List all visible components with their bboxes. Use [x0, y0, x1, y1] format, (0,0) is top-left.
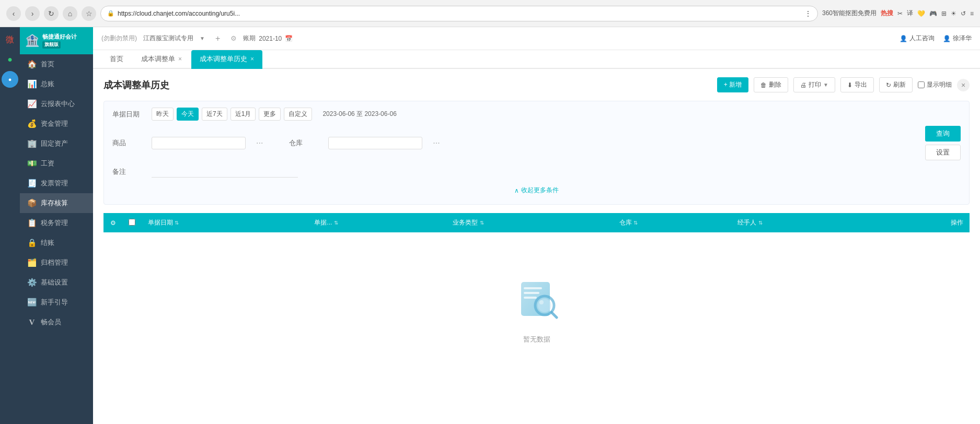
- delete-button[interactable]: 🗑 删除: [754, 77, 788, 92]
- sidebar-item-tax[interactable]: 📋 税务管理: [20, 213, 93, 233]
- export-button[interactable]: ⬇ 导出: [840, 77, 874, 92]
- col-biz-type[interactable]: 业务类型 ⇅: [446, 213, 613, 232]
- sidebar-item-reports[interactable]: 📈 云报表中心: [20, 94, 93, 114]
- goods-more-icon[interactable]: ···: [256, 138, 263, 148]
- col-checkbox[interactable]: [122, 213, 142, 232]
- col-date[interactable]: 单据日期 ⇅: [142, 213, 308, 232]
- warehouse-more-icon[interactable]: ···: [433, 138, 440, 148]
- date-btn-1month[interactable]: 近1月: [230, 108, 256, 121]
- calendar-icon[interactable]: 📅: [285, 35, 293, 42]
- funds-icon: 💰: [27, 119, 37, 128]
- display-cols-label[interactable]: 显示明细: [918, 80, 952, 89]
- wallet-icon[interactable]: 💛: [917, 10, 925, 17]
- date-btn-today[interactable]: 今天: [177, 108, 199, 121]
- service-icon: 👤: [900, 35, 907, 42]
- username-btn[interactable]: 👤 徐泽华: [943, 34, 972, 43]
- tab-home[interactable]: 首页: [101, 50, 132, 69]
- page-title: 成本调整单历史: [103, 79, 169, 91]
- game-icon[interactable]: 🎮: [929, 10, 937, 17]
- settings-gear-icon[interactable]: ⚙: [230, 34, 237, 42]
- col-handler[interactable]: 经手人 ⇅: [731, 213, 873, 232]
- sidebar-item-closing[interactable]: 🔒 结账: [20, 233, 93, 253]
- col-settings[interactable]: ⚙: [103, 213, 122, 232]
- sort-date-icon[interactable]: ⇅: [175, 220, 179, 226]
- sidebar-item-ledger[interactable]: 📊 总账: [20, 74, 93, 94]
- sidebar-item-archive-label: 归档管理: [41, 258, 68, 267]
- scissors-icon[interactable]: ✂: [897, 10, 903, 17]
- date-filter-group: 昨天 今天 近7天 近1月 更多 自定义: [152, 108, 312, 121]
- salary-icon: 💵: [27, 159, 37, 168]
- sidebar-item-home[interactable]: 🏠 首页: [20, 54, 93, 74]
- display-cols-checkbox[interactable]: [918, 81, 925, 88]
- refresh-button[interactable]: ↻: [44, 6, 59, 21]
- home-icon: 🏠: [27, 60, 37, 69]
- col-biz-type-label: 业务类型: [453, 219, 478, 226]
- empty-state-icon: [511, 274, 563, 326]
- sidebar-item-settings[interactable]: ⚙️ 基础设置: [20, 273, 93, 292]
- print-button[interactable]: 🖨 打印 ▼: [793, 77, 835, 92]
- col-action-label: 操作: [951, 219, 963, 226]
- undo-icon[interactable]: ↺: [961, 10, 966, 17]
- more-icon[interactable]: ≡: [970, 10, 974, 17]
- ledger-icon: 📊: [27, 79, 37, 89]
- sidebar-item-archive[interactable]: 🗂️ 归档管理: [20, 253, 93, 273]
- sort-warehouse-icon[interactable]: ⇅: [633, 220, 638, 226]
- date-btn-more[interactable]: 更多: [259, 108, 281, 121]
- tab-cost-adjust-history[interactable]: 成本调整单历史 ×: [191, 50, 262, 69]
- sidebar-item-inventory[interactable]: 📦 库存核算: [20, 193, 93, 213]
- sidebar-logo: 🏦 畅捷通好会计 旗舰版: [20, 27, 93, 54]
- home-button[interactable]: ⌂: [63, 6, 77, 21]
- sidebar-item-fixed-assets[interactable]: 🏢 固定资产: [20, 134, 93, 154]
- logo-name: 畅捷通好会计: [42, 33, 77, 40]
- star-button[interactable]: ☆: [82, 6, 96, 21]
- svg-line-6: [551, 312, 557, 317]
- sort-number-icon[interactable]: ⇅: [334, 220, 338, 226]
- address-bar[interactable]: 🔒 https://cloud.chanjet.com/accounting/u…: [100, 6, 818, 21]
- translate-icon[interactable]: 译: [907, 9, 913, 18]
- add-button[interactable]: + 新增: [717, 77, 748, 92]
- tab-bar: 首页 成本调整单 × 成本调整单历史 ×: [93, 50, 980, 69]
- col-number[interactable]: 单据... ⇅: [308, 213, 446, 232]
- settings-filter-button[interactable]: 设置: [925, 145, 961, 160]
- sidebar-item-guide[interactable]: 🆕 新手引导: [20, 292, 93, 312]
- icon-bar-blue[interactable]: ●: [2, 71, 18, 88]
- svg-rect-1: [524, 287, 542, 289]
- user-service-btn[interactable]: 👤 人工咨询: [900, 34, 935, 43]
- col-date-label: 单据日期: [148, 219, 173, 226]
- brightness-icon[interactable]: ☀: [951, 10, 956, 17]
- sidebar-item-ledger-label: 总账: [41, 79, 54, 89]
- browser-menu-icon: ⋮: [805, 10, 811, 17]
- warehouse-filter-input[interactable]: [328, 137, 422, 149]
- sidebar-item-invoice[interactable]: 🧾 发票管理: [20, 173, 93, 193]
- sidebar-item-fixed-assets-label: 固定资产: [41, 139, 68, 148]
- query-button[interactable]: 查询: [925, 126, 961, 142]
- collapse-button[interactable]: ∧ 收起更多条件: [112, 183, 961, 198]
- sidebar-item-membership[interactable]: V 畅会员: [20, 312, 93, 332]
- tab-cost-adjust-history-close[interactable]: ×: [250, 55, 254, 63]
- tab-cost-adjust[interactable]: 成本调整单 ×: [133, 50, 190, 69]
- goods-filter-input[interactable]: [152, 137, 246, 149]
- sidebar-item-funds[interactable]: 💰 资金管理: [20, 114, 93, 134]
- refresh-button[interactable]: ↻ 刷新: [879, 77, 913, 92]
- col-warehouse[interactable]: 仓库 ⇅: [613, 213, 732, 232]
- select-all-checkbox[interactable]: [129, 219, 135, 226]
- date-btn-yesterday[interactable]: 昨天: [152, 108, 174, 121]
- icon-bar-weibo[interactable]: 微: [2, 31, 18, 48]
- sort-biz-type-icon[interactable]: ⇅: [480, 220, 484, 226]
- sort-handler-icon[interactable]: ⇅: [758, 220, 763, 226]
- sidebar-item-salary[interactable]: 💵 工资: [20, 154, 93, 173]
- date-btn-7days[interactable]: 近7天: [202, 108, 227, 121]
- page-content: 成本调整单历史 + 新增 🗑 删除 🖨 打印 ▼ ⬇ 导出: [93, 69, 980, 424]
- top-bar-right: 👤 人工咨询 👤 徐泽华: [900, 34, 972, 43]
- add-company-btn[interactable]: +: [211, 32, 224, 45]
- notes-filter-input[interactable]: [152, 166, 298, 178]
- back-button[interactable]: ‹: [6, 6, 21, 21]
- company-dropdown-arrow[interactable]: ▼: [200, 36, 205, 41]
- close-page-button[interactable]: ×: [957, 79, 970, 91]
- forward-button[interactable]: ›: [25, 6, 40, 21]
- grid-icon[interactable]: ⊞: [941, 10, 947, 17]
- tab-cost-adjust-close[interactable]: ×: [178, 55, 182, 63]
- browser-tools: 360智能抠图免费用 热搜 ✂ 译 💛 🎮 ⊞ ☀ ↺ ≡: [822, 9, 974, 18]
- icon-bar-green[interactable]: ●: [2, 51, 18, 68]
- date-btn-custom[interactable]: 自定义: [284, 108, 312, 121]
